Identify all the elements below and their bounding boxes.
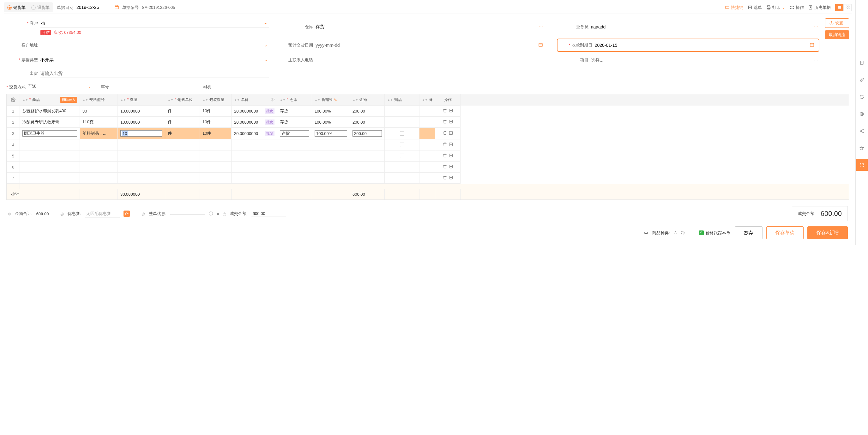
checkbox-icon[interactable] bbox=[400, 120, 404, 124]
cell-gift[interactable] bbox=[385, 173, 420, 184]
col-extra[interactable]: ▲▼备 bbox=[420, 94, 435, 106]
cell-gift[interactable] bbox=[385, 128, 420, 139]
cell-gift[interactable] bbox=[385, 139, 420, 150]
table-row[interactable]: 6 bbox=[7, 162, 849, 173]
cell-warehouse[interactable]: 存货 bbox=[277, 128, 312, 139]
cell-spec[interactable] bbox=[80, 173, 118, 184]
add-icon[interactable] bbox=[448, 164, 453, 170]
cell-unit[interactable] bbox=[165, 139, 200, 150]
save-new-button[interactable]: 保存&新增 bbox=[807, 226, 848, 239]
cell-spec[interactable] bbox=[80, 150, 118, 162]
cell-qty[interactable] bbox=[118, 139, 165, 150]
scan-button[interactable]: 扫码录入 bbox=[60, 97, 77, 103]
add-icon[interactable] bbox=[448, 175, 453, 181]
cell-unit[interactable] bbox=[165, 150, 200, 162]
cell-extra[interactable] bbox=[420, 139, 435, 150]
note-icon[interactable] bbox=[856, 57, 868, 68]
table-row[interactable]: 4 bbox=[7, 139, 849, 150]
delete-icon[interactable] bbox=[442, 153, 447, 159]
view-grid-icon[interactable] bbox=[843, 4, 851, 11]
delete-icon[interactable] bbox=[442, 108, 447, 114]
toolbar-operate[interactable]: 操作 bbox=[790, 5, 804, 10]
cell-unit[interactable] bbox=[165, 162, 200, 173]
more-icon[interactable]: ⋯ bbox=[813, 58, 819, 62]
cell-unit[interactable]: 件 bbox=[165, 117, 200, 128]
cell-gift[interactable] bbox=[385, 150, 420, 162]
delete-icon[interactable] bbox=[442, 164, 447, 170]
col-warehouse[interactable]: ▲▼仓库 bbox=[277, 94, 312, 106]
cell-warehouse[interactable] bbox=[277, 173, 312, 184]
cell-discount[interactable]: 100.00% bbox=[312, 106, 350, 117]
cell-amount[interactable]: 200.00 bbox=[350, 106, 385, 117]
cell-spec[interactable] bbox=[80, 139, 118, 150]
invoice-select[interactable]: ⌄ bbox=[40, 56, 269, 64]
delete-icon[interactable] bbox=[442, 175, 447, 181]
driver-input[interactable] bbox=[214, 84, 296, 90]
more-icon[interactable]: ⋯ bbox=[262, 21, 269, 26]
toolbar-shortcut[interactable]: 快捷键 bbox=[725, 5, 743, 10]
cell-product[interactable] bbox=[20, 162, 80, 173]
cell-pack[interactable] bbox=[200, 150, 231, 162]
est-date-input[interactable] bbox=[315, 41, 544, 49]
col-amount[interactable]: ▲▼金额 bbox=[350, 94, 385, 106]
col-price[interactable]: ▲▼单价ⓘ bbox=[231, 94, 277, 106]
cell-amount[interactable] bbox=[350, 139, 385, 150]
cell-price[interactable] bbox=[231, 173, 277, 184]
tab-return-order[interactable]: 退货单 bbox=[31, 5, 50, 10]
gear-icon[interactable] bbox=[7, 94, 20, 106]
table-row[interactable]: 5 bbox=[7, 150, 849, 162]
cell-extra[interactable] bbox=[420, 162, 435, 173]
discard-button[interactable]: 放弃 bbox=[735, 226, 763, 239]
cell-discount[interactable]: 100.00% bbox=[312, 128, 350, 139]
cell-unit[interactable] bbox=[165, 173, 200, 184]
delivery-method-select[interactable]: 车送 ⌄ bbox=[28, 84, 91, 90]
cell-product[interactable]: 冷酸灵专研抗敏牙膏 bbox=[20, 117, 80, 128]
cell-qty[interactable]: 10.000000 bbox=[118, 117, 165, 128]
cell-qty[interactable] bbox=[118, 173, 165, 184]
view-list-icon[interactable] bbox=[835, 4, 843, 11]
cell-extra[interactable] bbox=[420, 150, 435, 162]
tab-sales-order[interactable]: 销货单 bbox=[7, 5, 26, 10]
col-qty[interactable]: ▲▼数量 bbox=[118, 94, 165, 106]
cell-product[interactable] bbox=[20, 139, 80, 150]
doc-date-input[interactable] bbox=[76, 5, 111, 10]
add-icon[interactable] bbox=[448, 153, 453, 159]
edit-icon[interactable]: ✎ bbox=[334, 98, 337, 102]
cell-extra[interactable] bbox=[420, 117, 435, 128]
cell-price[interactable] bbox=[231, 139, 277, 150]
cancel-logistics-button[interactable]: 取消物流 bbox=[825, 30, 849, 39]
col-unit[interactable]: ▲▼销售单位 bbox=[165, 94, 200, 106]
cell-unit[interactable]: 件 bbox=[165, 128, 200, 139]
price-track-checkbox[interactable]: 价格跟踪本单 bbox=[699, 230, 730, 236]
add-icon[interactable] bbox=[448, 119, 453, 125]
cell-pack[interactable] bbox=[200, 139, 231, 150]
col-discount[interactable]: ▲▼折扣%✎ bbox=[312, 94, 350, 106]
cell-spec[interactable] bbox=[80, 162, 118, 173]
add-icon[interactable] bbox=[448, 142, 453, 148]
cell-discount[interactable] bbox=[312, 150, 350, 162]
address-input[interactable]: ⌄ bbox=[40, 41, 269, 49]
cell-pack[interactable]: 10件 bbox=[200, 106, 231, 117]
col-product[interactable]: ▲▼商品扫码录入 bbox=[20, 94, 80, 106]
toolbar-pick-order[interactable]: 选单 bbox=[748, 5, 762, 10]
coupon-input[interactable]: 无匹配优惠券 bbox=[85, 210, 120, 218]
cell-product[interactable] bbox=[20, 173, 80, 184]
add-icon[interactable] bbox=[448, 108, 453, 114]
table-row[interactable]: 3 圆球卫生器 塑料制品，... 10 件 10件 20.00000000批发 … bbox=[7, 128, 849, 139]
cell-discount[interactable]: 100.00% bbox=[312, 117, 350, 128]
cell-price[interactable] bbox=[231, 150, 277, 162]
deal-value[interactable]: 600.00 bbox=[251, 210, 286, 217]
cell-amount[interactable]: 200.00 bbox=[350, 117, 385, 128]
vehicle-input[interactable] bbox=[112, 84, 194, 90]
cell-extra[interactable] bbox=[420, 173, 435, 184]
delete-icon[interactable] bbox=[442, 130, 447, 136]
cell-discount[interactable] bbox=[312, 173, 350, 184]
cell-product[interactable]: 圆球卫生器 bbox=[20, 128, 80, 139]
cell-extra[interactable] bbox=[420, 106, 435, 117]
cell-warehouse[interactable]: 存货 bbox=[277, 106, 312, 117]
cell-warehouse[interactable]: 存货 bbox=[277, 117, 312, 128]
cell-gift[interactable] bbox=[385, 106, 420, 117]
cell-qty[interactable]: 10 bbox=[118, 128, 165, 139]
cell-discount[interactable] bbox=[312, 139, 350, 150]
cell-gift[interactable] bbox=[385, 117, 420, 128]
